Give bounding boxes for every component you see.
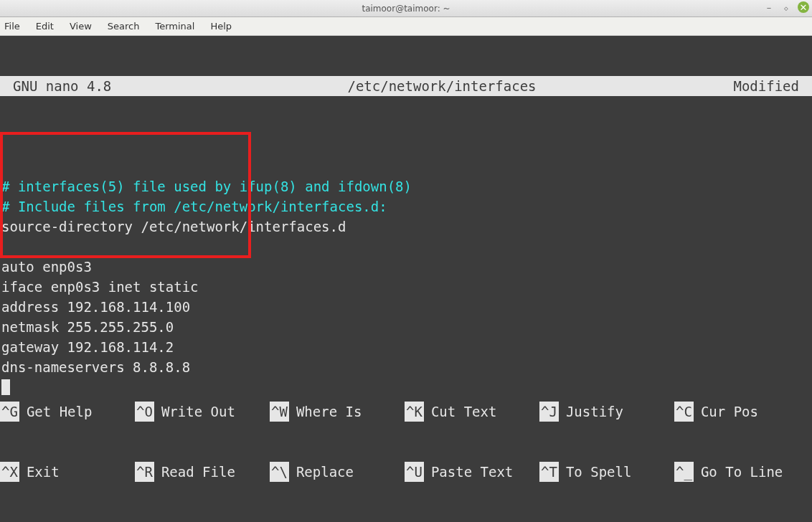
shortcut-label: Cut Text xyxy=(424,402,497,422)
shortcut-label: Replace xyxy=(289,462,354,482)
shortcut-key: ^U xyxy=(405,462,424,482)
close-icon: ✕ xyxy=(800,2,808,13)
shortcut-justify[interactable]: ^JJustify xyxy=(539,402,674,422)
shortcut-replace[interactable]: ^\Replace xyxy=(270,462,405,482)
shortcut-label: Where Is xyxy=(289,402,362,422)
shortcut-label: Get Help xyxy=(19,402,93,422)
menu-edit[interactable]: Edit xyxy=(36,21,54,32)
shortcut-key: ^C xyxy=(674,402,694,422)
nano-shortcuts: ^GGet Help ^OWrite Out ^WWhere Is ^KCut … xyxy=(0,361,812,522)
shortcut-label: Justify xyxy=(559,402,623,422)
config-line: source-directory /etc/network/interfaces… xyxy=(1,219,346,234)
config-line: gateway 192.168.114.2 xyxy=(1,339,174,355)
shortcut-get-help[interactable]: ^GGet Help xyxy=(0,402,135,422)
shortcut-label: Paste Text xyxy=(424,462,513,482)
window-controls: – ⬦ ✕ xyxy=(763,1,809,13)
config-line: iface enp0s3 inet static xyxy=(1,279,199,295)
shortcut-label: Cur Pos xyxy=(694,402,758,422)
minimize-button[interactable]: – xyxy=(763,1,775,13)
shortcut-go-to-line[interactable]: ^_Go To Line xyxy=(674,462,809,482)
nano-state: Modified xyxy=(669,76,812,96)
shortcut-key: ^J xyxy=(539,402,559,422)
shortcut-label: Read File xyxy=(154,462,235,482)
menu-file[interactable]: File xyxy=(4,21,20,32)
minimize-icon: – xyxy=(767,2,772,13)
shortcut-where-is[interactable]: ^WWhere Is xyxy=(270,402,405,422)
shortcut-key: ^T xyxy=(539,462,559,482)
shortcut-key: ^\ xyxy=(270,462,289,482)
shortcut-read-file[interactable]: ^RRead File xyxy=(135,462,270,482)
menu-help[interactable]: Help xyxy=(210,21,232,32)
comment-line: # Include files from /etc/network/interf… xyxy=(1,199,387,214)
config-line: auto enp0s3 xyxy=(1,259,92,275)
shortcut-paste-text[interactable]: ^UPaste Text xyxy=(405,462,539,482)
shortcut-to-spell[interactable]: ^TTo Spell xyxy=(539,462,674,482)
maximize-button[interactable]: ⬦ xyxy=(780,1,792,13)
nano-app-name: GNU nano 4.8 xyxy=(0,76,215,96)
config-line: netmask 255.255.255.0 xyxy=(1,319,174,335)
shortcut-key: ^W xyxy=(270,402,289,422)
shortcut-key: ^O xyxy=(135,402,154,422)
maximize-icon: ⬦ xyxy=(783,2,789,13)
shortcut-label: Go To Line xyxy=(694,462,783,482)
shortcut-cut-text[interactable]: ^KCut Text xyxy=(405,402,539,422)
shortcut-key: ^K xyxy=(405,402,424,422)
window-title: taimoor@taimoor: ~ xyxy=(362,4,450,14)
shortcut-cur-pos[interactable]: ^CCur Pos xyxy=(674,402,809,422)
shortcut-key: ^R xyxy=(135,462,154,482)
nano-header: GNU nano 4.8 /etc/network/interfaces Mod… xyxy=(0,76,812,96)
menu-view[interactable]: View xyxy=(70,21,92,32)
comment-line: # interfaces(5) file used by ifup(8) and… xyxy=(1,179,412,194)
menu-search[interactable]: Search xyxy=(108,21,140,32)
menu-terminal[interactable]: Terminal xyxy=(155,21,194,32)
nano-file-path: /etc/network/interfaces xyxy=(215,76,669,96)
shortcut-label: To Spell xyxy=(559,462,632,482)
menubar: File Edit View Search Terminal Help xyxy=(0,17,812,36)
shortcut-label: Write Out xyxy=(154,402,235,422)
shortcut-exit[interactable]: ^XExit xyxy=(0,462,135,482)
shortcut-key: ^_ xyxy=(674,462,694,482)
shortcut-write-out[interactable]: ^OWrite Out xyxy=(135,402,270,422)
shortcut-key: ^X xyxy=(0,462,19,482)
config-line: address 192.168.114.100 xyxy=(1,299,190,315)
window-titlebar: taimoor@taimoor: ~ – ⬦ ✕ xyxy=(0,0,812,17)
terminal-area[interactable]: GNU nano 4.8 /etc/network/interfaces Mod… xyxy=(0,36,812,522)
close-button[interactable]: ✕ xyxy=(798,1,809,13)
shortcut-label: Exit xyxy=(19,462,60,482)
shortcut-key: ^G xyxy=(0,402,19,422)
